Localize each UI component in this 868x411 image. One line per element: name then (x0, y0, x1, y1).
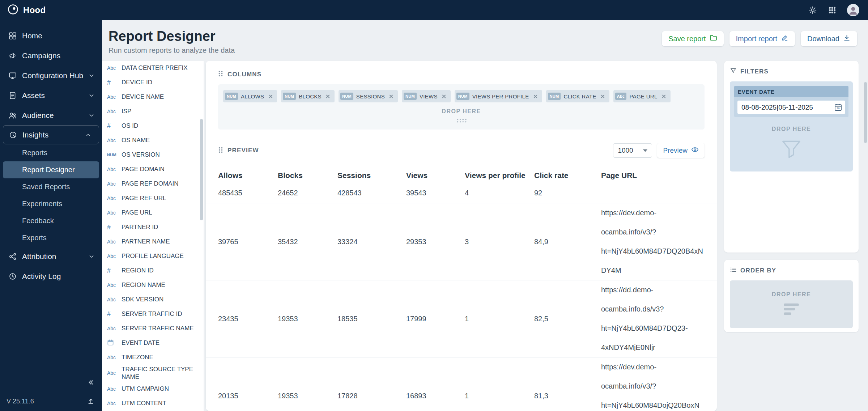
field-item[interactable]: #SERVER TRAFFIC ID (102, 307, 204, 321)
remove-chip-icon[interactable] (599, 93, 607, 100)
save-report-button[interactable]: Save report (662, 31, 723, 46)
fields-panel: AbcDATA CENTER PREFIX #DEVICE ID AbcDEVI… (102, 61, 204, 411)
order-by-drop-zone[interactable]: DROP HERE (730, 280, 853, 328)
chevron-down-icon (88, 112, 95, 119)
page-scrollbar-thumb[interactable] (864, 82, 867, 143)
field-item[interactable]: AbcSERVER TRAFFIC NAME (102, 321, 204, 336)
collapse-sidebar-icon[interactable] (86, 378, 95, 387)
column-chip-sessions[interactable]: NUM SESSIONS (339, 90, 398, 102)
field-item[interactable]: #DEVICE ID (102, 75, 204, 90)
import-report-button[interactable]: Import report (729, 31, 795, 46)
remove-chip-icon[interactable] (532, 93, 539, 100)
event-date-range-input[interactable] (737, 101, 845, 114)
apps-grid-icon[interactable] (827, 5, 837, 15)
field-item[interactable]: AbcUTM CONTENT (102, 396, 204, 411)
field-item[interactable]: #REGION ID (102, 263, 204, 278)
field-item[interactable]: NUMOS VERSION (102, 148, 204, 162)
columns-drop-zone[interactable]: NUM ALLOWS NUM BLOCKS NUM SESSIONS (218, 84, 705, 130)
field-item[interactable]: AbcPROFILE LANGUAGE (102, 249, 204, 263)
table-header-row: Allows Blocks Sessions Views Views per p… (206, 168, 717, 183)
calendar-icon[interactable]: 30 (834, 103, 842, 111)
preview-title: PREVIEW (227, 147, 259, 154)
field-item[interactable]: AbcPAGE REF DOMAIN (102, 177, 204, 191)
sidebar-item-reports[interactable]: Reports (3, 144, 99, 161)
field-item[interactable]: AbcPAGE URL (102, 206, 204, 220)
field-item[interactable]: AbcREGION NAME (102, 278, 204, 292)
column-header: Views per profile (465, 171, 534, 180)
field-item[interactable]: AbcUTM CAMPAIGN (102, 382, 204, 396)
svg-text:30: 30 (837, 107, 840, 110)
chevron-up-icon (85, 132, 92, 138)
sidebar-item-audience[interactable]: Audience (0, 105, 102, 125)
field-item[interactable]: AbcDEVICE NAME (102, 90, 204, 104)
sidebar-item-feedback[interactable]: Feedback (3, 212, 99, 229)
field-item[interactable]: AbcSDK VERSION (102, 292, 204, 307)
row-limit-select[interactable]: 1000 (613, 143, 652, 158)
event-date-filter-label: EVENT DATE (738, 89, 775, 95)
user-avatar[interactable] (847, 4, 859, 16)
column-chip-click-rate[interactable]: NUM CLICK RATE (546, 90, 609, 102)
topbar: Hood (0, 0, 868, 20)
export-upload-icon[interactable] (86, 397, 95, 406)
field-type-badge: Abc (107, 386, 119, 392)
chip-type-badge: NUM (340, 93, 353, 100)
sidebar-item-insights[interactable]: Insights (3, 125, 99, 144)
column-chip-views-per-profile[interactable]: NUM VIEWS PER PROFILE (455, 90, 542, 102)
sidebar-item-experiments[interactable]: Experiments (3, 195, 99, 212)
field-item[interactable]: EVENT DATE (102, 336, 204, 350)
field-item[interactable]: AbcOS NAME (102, 133, 204, 148)
activity-log-icon (9, 272, 17, 280)
sidebar-item-campaigns[interactable]: Campaigns (0, 46, 102, 65)
sidebar-item-home[interactable]: Home (0, 26, 102, 46)
sidebar-item-saved-reports[interactable]: Saved Reports (3, 178, 99, 195)
field-item[interactable]: AbcISP (102, 104, 204, 119)
field-item[interactable]: AbcTRAFFIC SOURCE TYPE NAME (102, 365, 204, 382)
remove-chip-icon[interactable] (324, 93, 332, 100)
field-item[interactable]: AbcPAGE REF URL (102, 191, 204, 206)
sidebar-item-attribution[interactable]: Attribution (0, 246, 102, 266)
settings-gear-icon[interactable] (808, 5, 817, 15)
field-item[interactable]: AbcPARTNER NAME (102, 234, 204, 249)
chevron-down-icon (643, 149, 647, 152)
column-chip-views[interactable]: NUM VIEWS (402, 90, 451, 102)
page-scrollbar (863, 20, 868, 411)
remove-chip-icon[interactable] (660, 93, 668, 100)
fields-scrollbar-thumb[interactable] (200, 119, 203, 220)
field-item[interactable]: #OS ID (102, 119, 204, 133)
remove-chip-icon[interactable] (267, 93, 274, 100)
remove-chip-icon[interactable] (441, 93, 448, 100)
event-date-filter[interactable]: EVENT DATE 30 (734, 86, 848, 117)
field-item[interactable]: AbcTIMEZONE (102, 350, 204, 365)
field-type-badge: Abc (107, 195, 119, 201)
table-row: 39765 35432 33324 29353 3 84,9 https://d… (206, 203, 717, 280)
column-chip-page-url[interactable]: Abc PAGE URL (613, 90, 671, 102)
column-header: Sessions (337, 171, 406, 180)
brand-logo[interactable]: Hood (7, 4, 46, 17)
field-type-badge: Abc (107, 282, 119, 288)
download-button[interactable]: Download (801, 31, 857, 46)
column-chip-allows[interactable]: NUM ALLOWS (223, 90, 277, 102)
column-chip-blocks[interactable]: NUM BLOCKS (281, 90, 335, 102)
filters-drop-zone[interactable]: EVENT DATE 30 DROP HERE (730, 81, 853, 171)
funnel-large-icon (779, 137, 804, 162)
sidebar-item-assets[interactable]: Assets (0, 85, 102, 105)
columns-title: COLUMNS (227, 71, 261, 78)
field-type-badge: Abc (107, 297, 119, 302)
sidebar-item-activity-log[interactable]: Activity Log (0, 266, 102, 286)
field-type-badge: Abc (107, 239, 119, 245)
field-item[interactable]: AbcPAGE DOMAIN (102, 162, 204, 177)
drop-here-label: DROP HERE (772, 126, 811, 132)
preview-button[interactable]: Preview (657, 143, 705, 158)
field-type-badge: Abc (107, 166, 119, 172)
sidebar-item-exports[interactable]: Exports (3, 229, 99, 246)
field-type-badge: # (107, 79, 119, 86)
drag-grip-icon[interactable] (218, 147, 223, 155)
sidebar-item-report-designer[interactable]: Report Designer (3, 161, 99, 178)
remove-chip-icon[interactable] (388, 93, 395, 100)
field-item[interactable]: AbcDATA CENTER PREFIX (102, 61, 204, 75)
sidebar-item-configuration-hub[interactable]: Configuration Hub (0, 65, 102, 85)
field-item[interactable]: #PARTNER ID (102, 220, 204, 234)
drag-grip-icon[interactable] (218, 70, 223, 79)
drop-here-label: DROP HERE (772, 291, 811, 298)
field-type-badge: # (107, 267, 119, 275)
